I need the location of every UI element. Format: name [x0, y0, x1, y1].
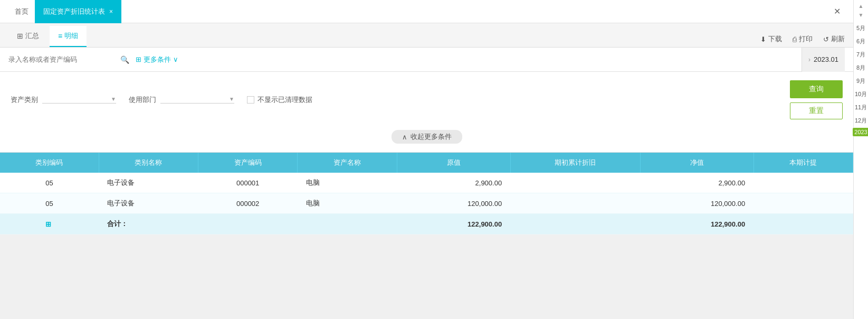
data-table: 类别编码 类别名称 资产编码 资产名称 原值 期初累计折旧 净值 本期计提 05…: [0, 153, 853, 234]
download-icon: ⬇: [760, 35, 766, 43]
print-icon: ⎙: [793, 35, 797, 43]
dept-select[interactable]: ▼: [160, 96, 234, 104]
reset-button[interactable]: 重置: [790, 102, 843, 119]
col-header-category-code: 类别编码: [0, 153, 99, 173]
date-nav-button[interactable]: › 2023.01: [802, 48, 845, 72]
total-icon-cell: ⊞: [0, 214, 99, 234]
collapse-row: ∧ 收起更多条件: [11, 126, 843, 144]
cell-original-value-2: 120,000.00: [397, 193, 510, 214]
refresh-label: 刷新: [831, 34, 845, 44]
cell-accumulated-dep-2: [510, 193, 640, 214]
tab-detail[interactable]: ≡ 明细: [50, 26, 87, 47]
download-button[interactable]: ⬇ 下载: [760, 34, 782, 44]
nav-tab-close-icon[interactable]: ×: [109, 8, 113, 15]
total-accumulated-dep: [510, 214, 640, 234]
sidebar-arrows: ▲ ▼: [857, 2, 865, 19]
cell-category-code-1: 05: [0, 173, 99, 193]
refresh-icon: ↺: [823, 35, 829, 43]
cell-asset-code-2: 000002: [198, 193, 298, 214]
total-current-dep: [753, 214, 853, 234]
download-label: 下载: [768, 34, 782, 44]
more-filters-button[interactable]: ⊞ 更多条件 ∨: [136, 55, 178, 64]
detail-tab-icon: ≡: [58, 32, 62, 40]
filter-actions: 查询 重置: [790, 80, 843, 119]
hide-cleared-field: 不显示已清理数据: [247, 95, 312, 105]
sidebar-down-arrow-icon[interactable]: ▼: [857, 11, 865, 19]
tab-bar: ⊞ 汇总 ≡ 明细 ⬇ 下载 ⎙ 打印 ↺ 刷新: [0, 23, 853, 48]
cell-current-dep-2: [753, 193, 853, 214]
print-button[interactable]: ⎙ 打印: [793, 34, 813, 44]
sidebar-month-5[interactable]: 5月: [855, 22, 866, 34]
cell-category-name-1: 电子设备: [99, 173, 198, 193]
search-bar-right: › 2023.01: [185, 48, 845, 72]
cell-accumulated-dep-1: [510, 173, 640, 193]
hide-cleared-label: 不显示已清理数据: [257, 95, 312, 105]
col-header-asset-name: 资产名称: [298, 153, 397, 173]
hide-cleared-checkbox[interactable]: [247, 96, 254, 104]
col-header-current-dep: 本期计提: [753, 153, 853, 173]
sidebar-up-arrow-icon[interactable]: ▲: [857, 2, 865, 10]
filter-icon: ⊞: [136, 55, 141, 63]
sidebar-month-11[interactable]: 11月: [854, 101, 868, 114]
total-net-value: 122,900.00: [640, 214, 753, 234]
col-header-net-value: 净值: [640, 153, 753, 173]
col-header-original-value: 原值: [397, 153, 510, 173]
collapse-label: 收起更多条件: [411, 132, 452, 142]
tab-summary[interactable]: ⊞ 汇总: [8, 26, 47, 47]
dept-arrow-icon: ▼: [229, 96, 234, 102]
filter-row: 资产类别 ▼ 使用部门 ▼ 不显示已清理数据 查询 重置: [11, 80, 843, 119]
nav-tab-depreciation[interactable]: 固定资产折旧统计表 ×: [35, 0, 121, 23]
table-row: 05 电子设备 000002 电脑 120,000.00 120,000.00: [0, 193, 853, 214]
toolbar-right: ⬇ 下载 ⎙ 打印 ↺ 刷新: [89, 34, 845, 47]
asset-category-arrow-icon: ▼: [111, 96, 116, 102]
total-icon: ⊞: [45, 220, 51, 228]
search-icon[interactable]: 🔍: [120, 55, 129, 64]
query-button[interactable]: 查询: [790, 80, 843, 98]
chevron-down-icon: ∨: [173, 55, 178, 63]
total-original-value: 122,900.00: [397, 214, 510, 234]
sidebar-year-badge[interactable]: 2023: [853, 128, 868, 136]
sidebar-month-9[interactable]: 9月: [855, 75, 866, 87]
sidebar-month-8[interactable]: 8月: [855, 62, 866, 74]
col-header-accumulated-dep: 期初累计折旧: [510, 153, 640, 173]
tab-summary-label: 汇总: [25, 31, 39, 41]
nav-tab-label: 固定资产折旧统计表: [43, 7, 105, 16]
print-label: 打印: [799, 34, 813, 44]
sidebar-month-6[interactable]: 6月: [855, 35, 866, 48]
dept-field: 使用部门 ▼: [129, 95, 234, 105]
filter-area: 资产类别 ▼ 使用部门 ▼ 不显示已清理数据 查询 重置: [0, 72, 853, 153]
search-input[interactable]: [8, 55, 114, 63]
cell-category-code-2: 05: [0, 193, 99, 214]
cell-asset-name-1: 电脑: [298, 173, 397, 193]
sidebar-month-12[interactable]: 12月: [854, 115, 868, 127]
cell-asset-name-2: 电脑: [298, 193, 397, 214]
col-header-category-name: 类别名称: [99, 153, 198, 173]
chevron-up-icon: ∧: [402, 133, 407, 141]
refresh-button[interactable]: ↺ 刷新: [823, 34, 845, 44]
table-wrapper: 类别编码 类别名称 资产编码 资产名称 原值 期初累计折旧 净值 本期计提 05…: [0, 153, 853, 319]
nav-home[interactable]: 首页: [8, 7, 35, 16]
col-header-asset-code: 资产编码: [198, 153, 298, 173]
nav-bar: 首页 固定资产折旧统计表 × ✕: [0, 0, 853, 23]
table-header-row: 类别编码 类别名称 资产编码 资产名称 原值 期初累计折旧 净值 本期计提: [0, 153, 853, 173]
tab-detail-label: 明细: [64, 31, 78, 41]
date-nav-arrow-icon: ›: [808, 56, 810, 63]
summary-tab-icon: ⊞: [17, 32, 23, 40]
collapse-button[interactable]: ∧ 收起更多条件: [392, 130, 462, 144]
asset-category-field: 资产类别 ▼: [11, 95, 116, 105]
date-display: 2023.01: [814, 55, 838, 63]
more-filters-label: 更多条件: [144, 55, 171, 64]
window-close-button[interactable]: ✕: [829, 4, 845, 18]
total-label: 合计：: [99, 214, 397, 234]
cell-category-name-2: 电子设备: [99, 193, 198, 214]
cell-net-value-1: 2,900.00: [640, 173, 753, 193]
right-sidebar: ▲ ▼ 5月 6月 7月 8月 9月 10月 11月 12月 2023: [853, 0, 868, 319]
asset-category-select[interactable]: ▼: [42, 96, 116, 104]
cell-current-dep-1: [753, 173, 853, 193]
cell-original-value-1: 2,900.00: [397, 173, 510, 193]
cell-net-value-2: 120,000.00: [640, 193, 753, 214]
dept-label: 使用部门: [129, 95, 156, 105]
sidebar-month-7[interactable]: 7月: [855, 49, 866, 61]
sidebar-month-10[interactable]: 10月: [854, 88, 868, 100]
asset-category-label: 资产类别: [11, 95, 38, 105]
